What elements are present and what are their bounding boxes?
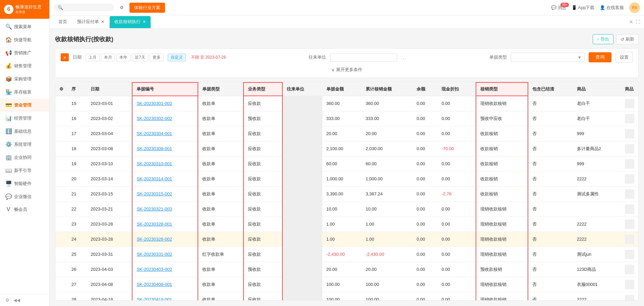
topbar-search-box[interactable]: 🔍 (54, 4, 114, 11)
date-btn-this-month[interactable]: 本月 (101, 54, 115, 61)
cell-voucher-no[interactable]: SK-20230315-002 (132, 186, 198, 201)
tab-collection-exec-close[interactable]: ✕ (143, 19, 146, 24)
voucher-link[interactable]: SK-20230328-001 (137, 222, 172, 227)
date-btn-this-year[interactable]: 本年 (116, 54, 130, 61)
col-header-amount: 单据金额 (322, 82, 362, 96)
cell-voucher-no[interactable]: SK-20230304-001 (132, 126, 198, 141)
sidebar-item-enterprise[interactable]: 🏢企业协同 (0, 151, 49, 164)
cell-voucher-no[interactable]: SK-20230328-002 (132, 232, 198, 247)
counterpart-input[interactable] (330, 53, 397, 62)
cell-include-settled: 否 (528, 126, 573, 141)
sidebar-item-search[interactable]: 🔍搜索菜单 (0, 20, 49, 33)
cell-voucher-no[interactable]: SK-20230418-001 (132, 292, 198, 301)
table-row[interactable]: 15 2023-03-01 SK-20230301-002 收款单 应收款 36… (55, 96, 638, 111)
sidebar-item-quick-nav[interactable]: 🏠快捷导航 (0, 33, 49, 46)
sidebar-item-marketing[interactable]: 📢营销推广 (0, 46, 49, 59)
cell-voucher-no[interactable]: SK-20230331-002 (132, 247, 198, 262)
col-header-settings[interactable]: ⚙ (55, 82, 67, 96)
cell-biz-type: 应收款 (244, 96, 282, 111)
voucher-link[interactable]: SK-20230302-002 (137, 116, 172, 121)
tab-pre-apply-close[interactable]: ✕ (101, 19, 104, 24)
cell-include-settled: 否 (528, 96, 573, 111)
refresh-button[interactable]: ↺ 刷新 (616, 34, 639, 44)
sidebar-item-wechat[interactable]: 💬企业微信 (0, 190, 49, 203)
cell-settings (55, 247, 67, 262)
sidebar-item-basic[interactable]: ℹ️基础信息 (0, 125, 49, 138)
date-btn-7days[interactable]: 近7天 (132, 54, 148, 61)
date-custom-btn[interactable]: 自定义 (168, 54, 186, 61)
voucher-link[interactable]: SK-20230328-002 (137, 237, 172, 242)
settings-icon[interactable]: ⚙ (5, 298, 9, 303)
filter-toggle-btn[interactable]: » (61, 53, 69, 61)
sidebar-item-hardware[interactable]: 🖥️智能硬件 (0, 177, 49, 190)
table-row[interactable]: 26 2023-04-03 SK-20230403-002 收款单 预收款 20… (55, 262, 638, 277)
search-input[interactable] (65, 5, 105, 10)
voucher-link[interactable]: SK-20230315-002 (137, 191, 172, 196)
sidebar-item-member[interactable]: V畅会员 (0, 203, 49, 216)
cell-voucher-no[interactable]: SK-20230403-002 (132, 262, 198, 277)
voucher-link[interactable]: SK-20230331-002 (137, 252, 172, 257)
table-row[interactable]: 18 2023-03-08 SK-20230308-001 收款单 应收款 2,… (55, 141, 638, 156)
table-row[interactable]: 24 2023-03-28 SK-20230328-002 收款单 应收款 1.… (55, 232, 638, 247)
sidebar-footer[interactable]: ⚙ ◀◀ (0, 294, 49, 306)
app-download-btn[interactable]: 📱 App下载 (572, 5, 594, 11)
cell-voucher-no[interactable]: SK-20230310-001 (132, 156, 198, 171)
cell-voucher-no[interactable]: SK-20230301-002 (132, 96, 198, 111)
expand-more-btn[interactable]: ∨ 展开更多条件 (61, 65, 633, 74)
sidebar-item-sales[interactable]: 💰销售管理 (0, 59, 49, 72)
user-avatar[interactable]: Rit (629, 2, 640, 13)
date-btn-more[interactable]: 更多 (150, 54, 164, 61)
voucher-link[interactable]: SK-20230301-002 (137, 101, 172, 106)
close-window-icon[interactable]: ✕ (629, 19, 633, 24)
table-row[interactable]: 20 2023-03-14 SK-20230314-001 收款单 应收款 1,… (55, 171, 638, 186)
sidebar-item-purchase[interactable]: 📦采购管理 (0, 72, 49, 85)
sidebar-item-inventory[interactable]: 🏪库存核算 (0, 85, 49, 99)
voucher-link[interactable]: SK-20230408-001 (137, 282, 172, 287)
voucher-link[interactable]: SK-20230403-002 (137, 267, 172, 272)
cell-voucher-no[interactable]: SK-20230321-003 (132, 201, 198, 217)
cell-voucher-type: 收款单 (198, 186, 243, 201)
table-row[interactable]: 17 2023-03-04 SK-20230304-001 收款单 应收款 20… (55, 126, 638, 141)
tab-collection-exec[interactable]: 收款核销执行 ✕ (110, 16, 151, 28)
cell-cancel-type: 收款核销 (476, 141, 528, 156)
sidebar-item-system[interactable]: ⚙️系统管理 (0, 138, 49, 151)
solution-button[interactable]: 体验行业方案 (129, 3, 165, 13)
guide-icon: 📖 (5, 167, 11, 174)
table-row[interactable]: 16 2023-03-02 SK-20230302-002 收款单 预收款 33… (55, 111, 638, 126)
cell-cum-cancel: 2,030.00 (362, 141, 413, 156)
table-row[interactable]: 21 2023-03-15 SK-20230315-002 收款单 应收款 3,… (55, 186, 638, 201)
online-service-btn[interactable]: 👤 在线客服 (600, 5, 624, 11)
tab-home[interactable]: 首页 (54, 16, 72, 28)
sidebar-item-guide[interactable]: 📖新手引导 (0, 164, 49, 177)
table-row[interactable]: 19 2023-03-10 SK-20230310-001 收款单 应收款 60… (55, 156, 638, 171)
maximize-icon[interactable]: ⛶ (636, 19, 640, 24)
query-button[interactable]: 查询 (589, 52, 611, 62)
table-row[interactable]: 23 2023-03-28 SK-20230328-001 收款单 应收款 1.… (55, 217, 638, 232)
collapse-icon[interactable]: ◀◀ (13, 298, 20, 303)
cell-voucher-no[interactable]: SK-20230314-001 (132, 171, 198, 186)
settings-icon-topbar[interactable]: ⚙ (117, 3, 127, 13)
cell-voucher-no[interactable]: SK-20230302-002 (132, 111, 198, 126)
voucher-link[interactable]: SK-20230308-001 (137, 146, 172, 151)
tab-pre-apply[interactable]: 预计应付单 ✕ (72, 16, 109, 28)
voucher-link[interactable]: SK-20230418-001 (137, 297, 172, 301)
date-btn-last-month[interactable]: 上月 (86, 54, 100, 61)
voucher-link[interactable]: SK-20230310-001 (137, 161, 172, 166)
voucher-link[interactable]: SK-20230321-003 (137, 206, 172, 211)
cell-voucher-no[interactable]: SK-20230308-001 (132, 141, 198, 156)
voucher-link[interactable]: SK-20230304-001 (137, 131, 172, 136)
sidebar-item-finance[interactable]: 💳资金管理 (0, 99, 49, 112)
export-button[interactable]: ↑ 导出 (593, 34, 614, 44)
voucher-type-select[interactable]: ▼ (511, 53, 585, 62)
voucher-link[interactable]: SK-20230314-001 (137, 176, 172, 181)
sidebar-item-operations[interactable]: 📊经营管理 (0, 112, 49, 125)
table-row[interactable]: 25 2023-03-31 SK-20230331-002 红字收款单 应收款 … (55, 247, 638, 262)
filter-settings-button[interactable]: 设置 (615, 52, 633, 63)
table-row[interactable]: 27 2023-04-08 SK-20230408-001 收款单 应收款 10… (55, 277, 638, 292)
cell-voucher-no[interactable]: SK-20230328-001 (132, 217, 198, 232)
message-btn[interactable]: 💬 消息 99+ (551, 5, 567, 11)
table-row[interactable]: 28 2023-04-18 SK-20230418-001 收款单 应收款 10… (55, 292, 638, 301)
cell-voucher-type: 收款单 (198, 171, 243, 186)
table-row[interactable]: 22 2023-03-21 SK-20230321-003 收款单 应收款 10… (55, 201, 638, 217)
cell-voucher-no[interactable]: SK-20230408-001 (132, 277, 198, 292)
